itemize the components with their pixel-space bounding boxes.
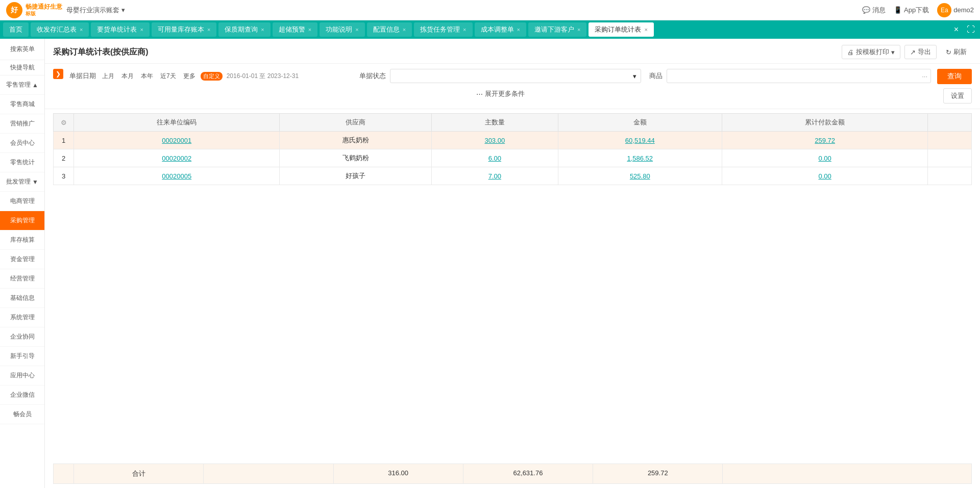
goods-input[interactable]	[670, 72, 922, 80]
tab-close-icon[interactable]: ×	[140, 27, 143, 33]
settings-icon[interactable]: ⚙	[61, 119, 67, 126]
sidebar-item-member[interactable]: 畅会员	[0, 405, 44, 424]
tab-invite-downstream[interactable]: 邀请下游客户 ×	[528, 22, 586, 37]
goods-filter-group: 商品 ···	[649, 69, 931, 83]
paid-amount-link[interactable]: 259.72	[815, 137, 835, 144]
user-avatar-btn[interactable]: Ea demo2	[937, 3, 974, 17]
amount-link[interactable]: 525.80	[630, 172, 650, 180]
date-custom-badge[interactable]: 自定义	[201, 72, 223, 81]
amount-link[interactable]: 60,519.44	[625, 137, 655, 144]
tab-function-desc[interactable]: 功能说明 ×	[320, 22, 364, 37]
amount-link[interactable]: 1,586.52	[627, 155, 653, 162]
qty-link[interactable]: 303.00	[484, 137, 505, 144]
sidebar-item-enterprise-wechat[interactable]: 企业微信	[0, 386, 44, 405]
qty-link[interactable]: 7.00	[488, 172, 501, 180]
row-amount: 525.80	[558, 167, 722, 185]
expand-icon: ⋯	[476, 90, 483, 98]
date-opt-this-year[interactable]: 本年	[139, 71, 155, 82]
sidebar-item-purchase-mgmt[interactable]: 采购管理	[0, 211, 44, 230]
sidebar-item-wholesale-mgmt[interactable]: 批发管理 ▼	[0, 172, 44, 192]
chevron-down-icon: ▾	[121, 6, 125, 14]
paid-amount-link[interactable]: 0.00	[819, 155, 831, 162]
sidebar-item-retail-mgmt[interactable]: 零售管理 ▲	[0, 75, 44, 95]
collapse-arrow-btn[interactable]: ❯	[53, 69, 63, 79]
sidebar-item-retail-stats[interactable]: 零售统计	[0, 153, 44, 172]
tab-close-icon[interactable]: ×	[308, 27, 311, 33]
tab-bar-end: × ⛶	[951, 24, 978, 35]
sidebar-search-area: 搜索英单	[0, 39, 44, 60]
footer-cell-main-qty: 316.00	[334, 464, 463, 483]
tab-close-icon[interactable]: ×	[403, 27, 406, 33]
tab-receive-summary[interactable]: 收发存汇总表 ×	[31, 22, 89, 37]
date-opt-last-7days[interactable]: 近7天	[158, 71, 178, 82]
app-download-btn[interactable]: 📱 App下载	[894, 6, 929, 15]
date-opt-this-month[interactable]: 本月	[119, 71, 136, 82]
chevron-down-icon: ▾	[891, 48, 895, 56]
tab-close-icon[interactable]: ×	[355, 27, 358, 33]
goods-input-wrap: ···	[667, 69, 931, 83]
message-btn[interactable]: 💬 消息	[862, 6, 886, 15]
tab-config-info[interactable]: 配置信息 ×	[367, 22, 412, 37]
unit-code-link[interactable]: 00020005	[162, 172, 191, 180]
quick-nav-btn[interactable]: 快捷导航	[0, 60, 44, 75]
sidebar-item-label: 新手引导	[10, 352, 35, 361]
unit-code-link[interactable]: 00020001	[162, 137, 191, 144]
tab-close-icon[interactable]: ×	[463, 27, 466, 33]
sidebar-item-enterprise-collab[interactable]: 企业协同	[0, 327, 44, 347]
sidebar-item-app-center[interactable]: 应用中心	[0, 366, 44, 386]
qty-link[interactable]: 6.00	[488, 155, 501, 162]
tab-close-icon[interactable]: ×	[517, 27, 520, 33]
sidebar-item-ops-mgmt[interactable]: 经营管理	[0, 269, 44, 289]
tab-window-close-btn[interactable]: ×	[951, 24, 962, 35]
tab-close-icon[interactable]: ×	[207, 27, 210, 33]
sidebar-item-sys-mgmt[interactable]: 系统管理	[0, 308, 44, 327]
tab-window-expand-btn[interactable]: ⛶	[964, 24, 978, 35]
sidebar-item-marketing[interactable]: 营销推广	[0, 114, 44, 134]
footer-cell-no	[54, 464, 74, 483]
sidebar-item-inventory-check[interactable]: 库存核算	[0, 230, 44, 250]
sidebar-item-ecom-mgmt[interactable]: 电商管理	[0, 192, 44, 211]
sidebar-item-label: 库存核算	[10, 236, 35, 244]
tab-order-summary[interactable]: 要货单统计表 ×	[91, 22, 149, 37]
status-select[interactable]: ▾	[390, 69, 641, 83]
expand-conditions-btn[interactable]: ⋯ 展开更多条件	[476, 89, 525, 98]
tab-expiry-query[interactable]: 保质期查询 ×	[218, 22, 270, 37]
date-opt-last-month[interactable]: 上月	[100, 71, 116, 82]
workspace-selector[interactable]: 母婴行业演示账套 ▾	[66, 6, 125, 15]
unit-code-link[interactable]: 00020002	[162, 155, 191, 162]
search-english-btn[interactable]: 搜索英单	[3, 43, 41, 56]
footer-cell-supplier	[204, 464, 333, 483]
sidebar-item-basic-info[interactable]: 基础信息	[0, 289, 44, 308]
refresh-button[interactable]: ↻ 刷新	[941, 45, 972, 59]
paid-amount-link[interactable]: 0.00	[819, 172, 831, 180]
tab-packing-task[interactable]: 拣货任务管理 ×	[414, 22, 472, 37]
mobile-icon: 📱	[894, 6, 902, 14]
tab-home[interactable]: 首页	[3, 22, 29, 37]
sidebar-item-label: 畅会员	[13, 410, 32, 419]
more-options-icon[interactable]: ···	[922, 72, 927, 80]
sidebar-item-retail-shop[interactable]: 零售商城	[0, 95, 44, 114]
tab-available-stock[interactable]: 可用量库存账本 ×	[152, 22, 216, 37]
date-opt-more[interactable]: 更多	[181, 71, 198, 82]
tab-close-icon[interactable]: ×	[644, 27, 647, 33]
query-button[interactable]: 查询	[937, 69, 972, 84]
table-row: 2 00020002 飞鹤奶粉 6.00 1,586.52 0.00	[54, 149, 972, 167]
sidebar-item-label: 会员中心	[10, 139, 35, 147]
export-button[interactable]: ↗ 导出	[904, 45, 937, 59]
status-filter-group: 单据状态 ▾	[359, 69, 641, 83]
sidebar-item-finance-mgmt[interactable]: 资金管理	[0, 250, 44, 269]
print-button[interactable]: 🖨 按模板打印 ▾	[842, 45, 900, 59]
tab-close-icon[interactable]: ×	[80, 27, 83, 33]
settings-button[interactable]: 设置	[943, 88, 972, 104]
tab-close-icon[interactable]: ×	[577, 27, 580, 33]
row-amount: 60,519.44	[558, 132, 722, 149]
tab-cost-adjust[interactable]: 成本调整单 ×	[475, 22, 526, 37]
footer-cell-label: 合计	[74, 464, 204, 483]
sidebar-item-new-guide[interactable]: 新手引导	[0, 347, 44, 366]
tab-close-icon[interactable]: ×	[261, 27, 264, 33]
row-no: 1	[54, 132, 74, 149]
tab-overstock-alert[interactable]: 超储预警 ×	[273, 22, 317, 37]
row-amount: 1,586.52	[558, 149, 722, 167]
tab-purchase-summary[interactable]: 采购订单统计表 ×	[589, 22, 653, 37]
sidebar-item-member-center[interactable]: 会员中心	[0, 134, 44, 153]
